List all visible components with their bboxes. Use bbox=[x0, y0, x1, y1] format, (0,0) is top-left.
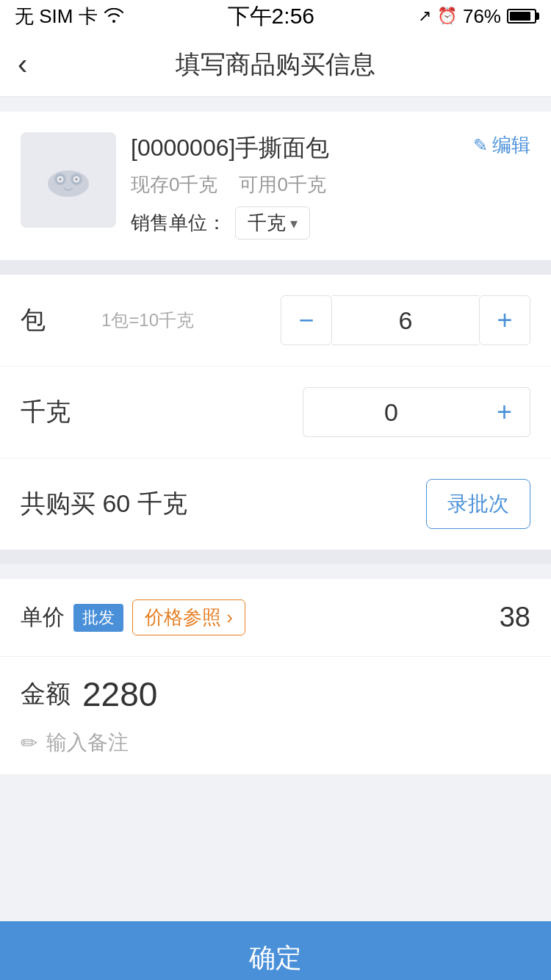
kilogram-stepper: 0 + bbox=[303, 387, 530, 437]
section-divider-1 bbox=[0, 260, 551, 275]
kilogram-label: 千克 bbox=[21, 395, 94, 429]
battery-label: 76% bbox=[463, 5, 501, 28]
back-button[interactable]: ‹ bbox=[18, 48, 27, 81]
product-unit-row: 销售单位： 千克 ▾ bbox=[131, 206, 530, 239]
svg-point-0 bbox=[48, 170, 89, 197]
amount-value: 2280 bbox=[82, 674, 157, 714]
package-plus-button[interactable]: + bbox=[479, 295, 530, 345]
edit-icon: ✎ bbox=[473, 135, 488, 156]
price-label: 单价 bbox=[21, 602, 65, 633]
kilogram-plus-button[interactable]: + bbox=[479, 387, 530, 437]
confirm-button[interactable]: 确定 bbox=[0, 921, 551, 980]
price-value: 38 bbox=[500, 602, 530, 633]
price-section: 单价 批发 价格参照 › 38 bbox=[0, 579, 551, 656]
package-stepper: − 6 + bbox=[281, 295, 530, 345]
carrier-label: 无 SIM 卡 bbox=[15, 4, 98, 29]
nav-bar: ‹ 填写商品购买信息 bbox=[0, 32, 551, 97]
batch-button[interactable]: 录批次 bbox=[426, 479, 530, 529]
product-card: [0000006]手撕面包 现存0千克 可用0千克 销售单位： 千克 ▾ ✎ 编… bbox=[0, 112, 551, 260]
price-tag: 批发 bbox=[73, 604, 123, 632]
unit-label: 销售单位： bbox=[131, 210, 226, 236]
dropdown-icon: ▾ bbox=[290, 215, 298, 232]
package-value[interactable]: 6 bbox=[332, 295, 479, 345]
spacer bbox=[0, 774, 551, 921]
wifi-icon bbox=[104, 5, 124, 28]
input-section: 包 1包=10千克 − 6 + 千克 0 + 共购买 60 千克 录批次 bbox=[0, 275, 551, 550]
package-sub-label: 1包=10千克 bbox=[101, 309, 194, 332]
product-thumbnail bbox=[21, 132, 116, 228]
edit-button[interactable]: ✎ 编辑 bbox=[473, 132, 530, 158]
package-minus-button[interactable]: − bbox=[281, 295, 332, 345]
battery-icon bbox=[507, 9, 536, 24]
product-info: [0000006]手撕面包 现存0千克 可用0千克 销售单位： 千克 ▾ bbox=[131, 132, 530, 239]
summary-text: 共购买 60 千克 bbox=[21, 487, 426, 521]
kilogram-row: 千克 0 + bbox=[0, 367, 551, 458]
amount-section: 金额 2280 ✏ 输入备注 bbox=[0, 656, 551, 774]
svg-point-6 bbox=[75, 178, 78, 181]
package-label: 包 bbox=[21, 303, 94, 337]
status-bar: 无 SIM 卡 下午2:56 ↗ ⏰ 76% bbox=[0, 0, 551, 32]
remark-row[interactable]: ✏ 输入备注 bbox=[21, 729, 530, 774]
location-icon: ↗ bbox=[418, 7, 431, 26]
unit-select[interactable]: 千克 ▾ bbox=[235, 206, 310, 239]
product-stock: 现存0千克 可用0千克 bbox=[131, 172, 530, 198]
summary-row: 共购买 60 千克 录批次 bbox=[0, 458, 551, 550]
alarm-icon: ⏰ bbox=[437, 7, 457, 26]
amount-label: 金额 bbox=[21, 677, 71, 711]
status-left: 无 SIM 卡 bbox=[15, 4, 124, 29]
amount-row: 金额 2280 bbox=[21, 674, 530, 714]
product-name: [0000006]手撕面包 bbox=[131, 132, 530, 165]
status-right: ↗ ⏰ 76% bbox=[418, 5, 536, 28]
confirm-label: 确定 bbox=[249, 940, 302, 976]
kilogram-value[interactable]: 0 bbox=[303, 387, 479, 437]
section-divider-2 bbox=[0, 550, 551, 564]
page-title: 填写商品购买信息 bbox=[176, 48, 375, 82]
remark-placeholder: 输入备注 bbox=[46, 729, 129, 757]
time-label: 下午2:56 bbox=[228, 1, 314, 32]
svg-point-5 bbox=[59, 178, 62, 181]
package-row: 包 1包=10千克 − 6 + bbox=[0, 275, 551, 367]
price-ref-button[interactable]: 价格参照 › bbox=[132, 599, 245, 635]
pencil-icon: ✏ bbox=[21, 731, 37, 755]
